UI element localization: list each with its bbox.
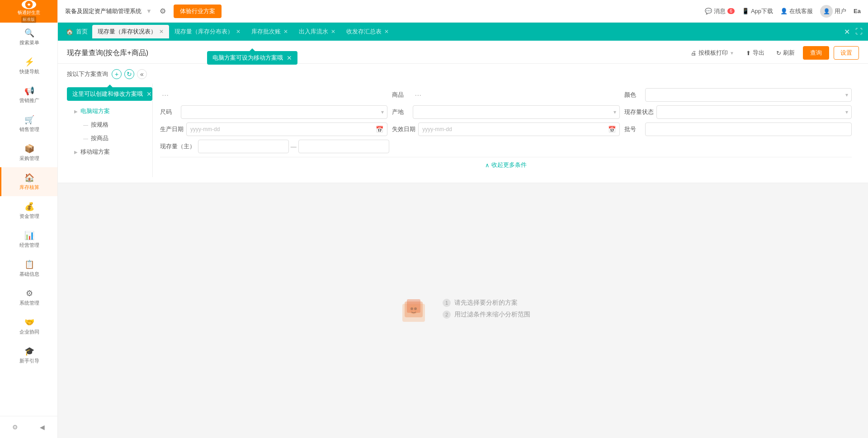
marketing-icon: 📢 [24,86,34,96]
industry-btn[interactable]: 体验行业方案 [174,5,222,18]
tabs-close-all-btn[interactable]: ✕ [842,26,852,38]
empty-tip-1: 1 请先选择要分析的方案 [443,299,530,307]
left-scheme-panel: 这里可以创建和修改方案哦 ✕ ▶ 电脑端方案 — 按规格 — [67,84,153,177]
notice-btn[interactable]: 💬 消息 6 [705,7,735,15]
tooltip-create-scheme-close[interactable]: ✕ [146,90,152,98]
phone-icon: 📱 [742,8,749,14]
sidebar-item-sales[interactable]: 🛒 销售管理 [0,109,57,138]
filter-row-3: 生产日期 yyyy-mm-dd 📅 失效日期 yyyy-mm-dd 📅 [160,122,852,136]
online-service-btn[interactable]: 👤 在线客服 [780,7,813,15]
sidebar-item-guide[interactable]: 🎓 新手引导 [0,341,57,370]
tab-batch-account-close[interactable]: ✕ [283,29,288,34]
home-icon: 🏠 [66,28,73,35]
app-download-btn[interactable]: 📱 App下载 [742,7,773,15]
app-logo: 畅通好生意 标准版 [0,0,57,23]
search-icon: 🔍 [24,28,34,38]
refresh-scheme-btn[interactable]: ↻ [124,69,134,79]
settings-filter-btn[interactable]: 设置 [834,46,859,60]
sidebar-item-search[interactable]: 🔍 搜索菜单 [0,23,57,52]
print-arrow: ▼ [730,51,734,56]
color-select[interactable] [645,88,852,102]
scheme-mobile[interactable]: ▶ 移动端方案 [67,145,152,159]
tab-home-label: 首页 [76,28,88,36]
tab-inventory-dist[interactable]: 现存量（库存分布表） ✕ [169,25,246,38]
batch-input[interactable] [645,122,852,136]
sidebar-item-enterprise[interactable]: 🤝 企业协同 [0,312,57,341]
chevron-right-icon-mobile: ▶ [74,150,78,155]
filter-field-batch: 批号 [624,122,852,136]
app-name: 畅通好生意 [18,10,40,15]
tab-inventory-dist-close[interactable]: ✕ [236,29,241,34]
filter-area: 按以下方案查询 + ↻ « 电脑方案可设为移动方案哦 ✕ 这 [58,64,868,183]
prev-scheme-btn[interactable]: « [137,69,147,79]
collapse-sidebar-btn[interactable]: ◀ [36,421,48,433]
topbar-settings-btn[interactable]: ⚙ [156,5,169,18]
sidebar-item-quicknav[interactable]: ⚡ 快捷导航 [0,52,57,80]
tab-inventory-status[interactable]: 现存量（库存状况表） ✕ [92,25,169,38]
add-scheme-btn[interactable]: + [112,69,122,79]
query-btn[interactable]: 查询 [803,46,829,60]
topbar-left: 装备及固定资产辅助管理系统 ▼ ⚙ 体验行业方案 [65,5,222,18]
tooltip-scheme-close[interactable]: ✕ [287,54,292,61]
origin-select[interactable] [413,105,619,119]
expire-date-input[interactable]: yyyy-mm-dd 📅 [418,122,619,136]
tab-inout-flow-close[interactable]: ✕ [331,29,335,34]
tooltip-create-scheme-text: 这里可以创建和修改方案哦 [72,90,143,98]
scheme-desktop[interactable]: ▶ 电脑端方案 [67,104,152,118]
user-label: 用户 [835,7,846,15]
stock-status-select[interactable] [656,105,852,119]
sidebar-item-base[interactable]: 📋 基础信息 [0,254,57,283]
base-icon: 📋 [24,259,34,269]
filter-header-actions: + ↻ « [112,69,147,79]
size-select[interactable] [181,105,387,119]
enterprise-icon: 🤝 [24,317,34,327]
refresh-btn[interactable]: ↻ 刷新 [773,47,798,59]
stock-main-from[interactable] [198,140,289,153]
filter-field-stock-status: 现存量状态 ▾ [624,105,852,119]
scheme-desktop-sub1[interactable]: — 按规格 [80,118,152,132]
empty-text-container: 1 请先选择要分析的方案 2 用过滤条件来缩小分析范围 [443,299,530,322]
scheme-desktop-sub2[interactable]: — 按商品 [80,132,152,145]
sidebar-item-label-operations: 经营管理 [19,242,39,249]
tab-inout-flow[interactable]: 出入库流水 ✕ [293,25,341,38]
sidebar-item-operations[interactable]: 📊 经营管理 [0,225,57,254]
page-header: 现存量查询(按仓库+商品) 🖨 按模板打印 ▼ ⬆ 导出 ↻ 刷新 查询 设置 [58,41,868,64]
sub-icon1: — [83,122,88,127]
main-content: 装备及固定资产辅助管理系统 ▼ ⚙ 体验行业方案 💬 消息 6 📱 App下载 … [58,0,868,438]
sidebar-item-inventory[interactable]: 🏠 库存核算 [0,167,57,196]
tab-home[interactable]: 🏠 首页 [61,25,92,38]
tab-recv-summary-close[interactable]: ✕ [384,29,389,34]
export-btn[interactable]: ⬆ 导出 [742,47,768,59]
notice-label: 消息 [714,7,726,15]
sub-icon2: — [83,136,88,141]
sidebar-item-marketing[interactable]: 📢 营销推广 [0,80,57,109]
sidebar-item-finance[interactable]: 💰 资金管理 [0,196,57,225]
svg-point-5 [410,307,413,310]
tabs-bar: 🏠 首页 现存量（库存状况表） ✕ 现存量（库存分布表） ✕ 库存批次账 ✕ 出… [58,23,868,41]
product-dots[interactable]: ··· [413,91,423,99]
tabs-fullscreen-btn[interactable]: ⛶ [854,26,864,38]
warehouse-dots[interactable]: ··· [160,91,170,99]
empty-state-content: 1 请先选择要分析的方案 2 用过滤条件来缩小分析范围 [396,292,530,329]
user-btn[interactable]: 👤 用户 [820,5,846,18]
stock-main-to[interactable] [298,140,389,153]
sales-icon: 🛒 [24,115,34,125]
topbar: 装备及固定资产辅助管理系统 ▼ ⚙ 体验行业方案 💬 消息 6 📱 App下载 … [58,0,868,23]
collapse-bar[interactable]: ∧ 收起更多条件 [160,157,852,173]
sidebar-item-system[interactable]: ⚙ 系统管理 [0,283,57,312]
empty-num-1: 1 [443,299,451,307]
filter-right: ··· 商品 ··· 颜色 [153,84,859,177]
sidebar-item-label-purchase: 采购管理 [19,155,39,162]
tab-inventory-status-close[interactable]: ✕ [159,29,164,34]
prod-date-calendar-icon: 📅 [376,126,383,133]
tab-batch-account[interactable]: 库存批次账 ✕ [246,25,293,38]
filter-field-size: 尺码 ▾ [160,105,387,119]
print-btn[interactable]: 🖨 按模板打印 ▼ [687,47,738,59]
scheme-mobile-label: 移动端方案 [80,148,110,156]
stock-main-range: — [198,140,389,153]
sidebar-item-purchase[interactable]: 📦 采购管理 [0,138,57,167]
settings-bottom-btn[interactable]: ⚙ [9,421,22,433]
svg-point-6 [414,307,417,310]
prod-date-input[interactable]: yyyy-mm-dd 📅 [186,122,387,136]
tab-recv-summary[interactable]: 收发存汇总表 ✕ [341,25,394,38]
